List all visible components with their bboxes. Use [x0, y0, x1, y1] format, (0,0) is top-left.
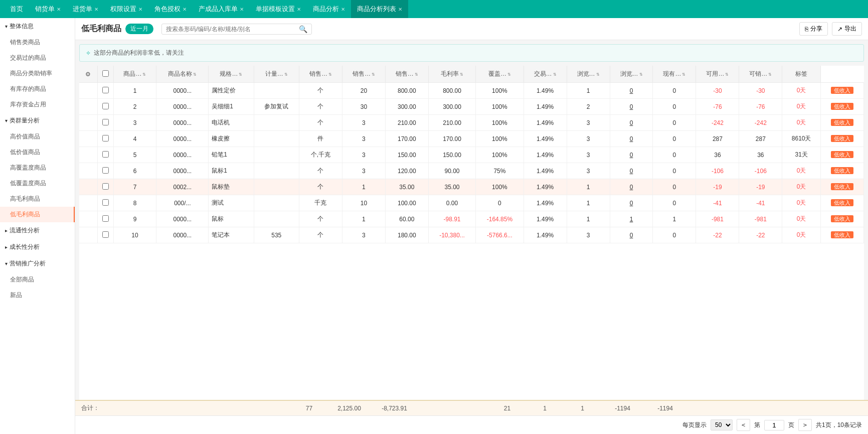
row-browse1-4[interactable]: 0: [610, 147, 653, 163]
row-browse1-1[interactable]: 0: [610, 99, 653, 115]
close-analysis-list-icon[interactable]: ✕: [398, 7, 402, 12]
page-input[interactable]: [764, 420, 784, 430]
row-browse1-5[interactable]: 0: [610, 163, 653, 179]
row-check-7[interactable]: [97, 195, 113, 211]
sidebar-item-sales-goods[interactable]: 销售类商品: [0, 35, 75, 50]
sidebar-group-overall-title[interactable]: ▾ 整体信息: [0, 18, 75, 35]
col-name-header[interactable]: 商品名称⇅: [156, 66, 209, 83]
row-browse1-0[interactable]: 0: [610, 83, 653, 99]
row-check-9[interactable]: [97, 227, 113, 243]
col-sale3-header[interactable]: 销售…⇅: [385, 66, 428, 83]
prev-page-btn[interactable]: ＜: [737, 419, 750, 431]
col-cover-header[interactable]: 覆盖…⇅: [476, 66, 524, 83]
row-browse1-7[interactable]: 0: [610, 195, 653, 211]
nav-home[interactable]: 首页: [4, 0, 29, 18]
row-checkbox-4[interactable]: [102, 151, 109, 158]
nav-sales[interactable]: 销货单✕: [29, 0, 67, 18]
close-analysis-icon[interactable]: ✕: [341, 7, 345, 12]
sidebar-item-low-cover[interactable]: 低覆盖度商品: [0, 176, 75, 191]
row-check-4[interactable]: [97, 147, 113, 163]
sidebar-item-all-goods[interactable]: 全部商品: [0, 272, 75, 287]
sidebar-item-high-margin[interactable]: 高毛利商品: [0, 191, 75, 207]
row-trade-8: 1: [567, 211, 610, 227]
row-name-0: 属性定价: [209, 83, 254, 99]
nav-product-analysis[interactable]: 商品分析✕: [307, 0, 351, 18]
share-button[interactable]: ⎘ 分享: [799, 22, 828, 36]
row-checkbox-0[interactable]: [102, 87, 109, 93]
row-checkbox-7[interactable]: [102, 199, 109, 206]
sidebar-item-stock-fund[interactable]: 库存资金占用: [0, 97, 75, 112]
row-checkbox-6[interactable]: [102, 183, 109, 190]
row-checkbox-8[interactable]: [102, 215, 109, 222]
close-product-icon[interactable]: ✕: [240, 7, 244, 12]
col-code-header[interactable]: 商品…⇅: [113, 66, 156, 83]
search-input[interactable]: [166, 26, 299, 33]
col-browse1-header[interactable]: 浏览…⇅: [567, 66, 610, 83]
pagination-bar: 每页显示 50 ＜ 第 页 ＞ 共1页，10条记录: [75, 415, 868, 434]
col-settings[interactable]: ⚙: [79, 66, 97, 83]
sidebar-item-new-goods[interactable]: 新品: [0, 287, 75, 303]
row-check-1[interactable]: [97, 99, 113, 115]
sidebar-item-low-value[interactable]: 低价值商品: [0, 144, 75, 160]
data-table-wrapper[interactable]: ⚙ 商品…⇅ 商品名称⇅ 规格…⇅ 计量…⇅ 销售…⇅ 销售…⇅ 销售…⇅ 毛利…: [79, 66, 864, 400]
next-page-btn[interactable]: ＞: [798, 419, 812, 431]
col-spec-header[interactable]: 规格…⇅: [209, 66, 254, 83]
col-browse2-header[interactable]: 浏览…⇅: [610, 66, 653, 83]
col-sale2-header[interactable]: 销售…⇅: [342, 66, 385, 83]
close-sales-icon[interactable]: ✕: [57, 7, 61, 12]
col-trade-header[interactable]: 交易…⇅: [524, 66, 567, 83]
sidebar-item-high-cover[interactable]: 高覆盖度商品: [0, 160, 75, 176]
row-check-8[interactable]: [97, 211, 113, 227]
col-stock1-header[interactable]: 现有…⇅: [653, 66, 696, 83]
row-check-2[interactable]: [97, 115, 113, 131]
nav-product-entry[interactable]: 产成品入库单✕: [193, 0, 250, 18]
nav-role-auth[interactable]: 角色授权✕: [148, 0, 193, 18]
sidebar-group-cluster-title[interactable]: ▾ 类群量分析: [0, 112, 75, 129]
col-gross-header[interactable]: 毛利率⇅: [428, 66, 475, 83]
top-navigation: 首页 销货单✕ 进货单✕ 权限设置✕ 角色授权✕ 产成品入库单✕ 单据模板设置✕…: [0, 0, 868, 18]
close-template-icon[interactable]: ✕: [297, 7, 301, 12]
row-checkbox-9[interactable]: [102, 231, 109, 238]
col-stock2-header[interactable]: 可用…⇅: [696, 66, 739, 83]
row-checkbox-1[interactable]: [102, 103, 109, 109]
close-permission-icon[interactable]: ✕: [138, 7, 142, 12]
col-checkbox[interactable]: [97, 66, 113, 83]
time-filter-btn[interactable]: 近一月: [125, 24, 153, 34]
row-browse1-8[interactable]: 1: [610, 211, 653, 227]
row-browse1-6[interactable]: 0: [610, 179, 653, 195]
sidebar-group-marketing-title[interactable]: ▾ 营销推广分析: [0, 255, 75, 272]
close-role-icon[interactable]: ✕: [183, 7, 187, 12]
close-purchase-icon[interactable]: ✕: [94, 7, 98, 12]
sidebar-item-stock-goods[interactable]: 有库存的商品: [0, 81, 75, 97]
nav-analysis-list[interactable]: 商品分析列表✕: [351, 0, 408, 18]
row-check-0[interactable]: [97, 83, 113, 99]
col-unit-header[interactable]: 计量…⇅: [254, 66, 299, 83]
sidebar-group-growth-title[interactable]: ▸ 成长性分析: [0, 239, 75, 255]
nav-purchase[interactable]: 进货单✕: [67, 0, 104, 18]
col-sale1-header[interactable]: 销售…⇅: [299, 66, 342, 83]
row-check-6[interactable]: [97, 179, 113, 195]
row-checkbox-5[interactable]: [102, 167, 109, 174]
row-browse1-9[interactable]: 0: [610, 227, 653, 243]
sidebar-item-low-margin[interactable]: 低毛利商品: [0, 207, 75, 222]
col-tag-header[interactable]: 标签: [782, 66, 821, 83]
sidebar-group-circulation-title[interactable]: ▸ 流通性分析: [0, 222, 75, 239]
nav-permission[interactable]: 权限设置✕: [104, 0, 148, 18]
row-checkbox-3[interactable]: [102, 135, 109, 141]
content-area: 低毛利商品 近一月 🔍 ⎘ 分享 ↗ 导出 ✧ 这部分商品的利润非常低，请关注: [75, 18, 868, 434]
sidebar-item-category-rate[interactable]: 商品分类助销率: [0, 66, 75, 81]
sidebar-item-traded-goods[interactable]: 交易过的商品: [0, 50, 75, 66]
search-icon[interactable]: 🔍: [299, 25, 307, 33]
row-browse1-3[interactable]: 0: [610, 131, 653, 147]
row-browse1-2[interactable]: 0: [610, 115, 653, 131]
sidebar-item-high-value[interactable]: 高价值商品: [0, 129, 75, 144]
row-check-5[interactable]: [97, 163, 113, 179]
select-all-checkbox[interactable]: [102, 70, 109, 77]
col-stock3-header[interactable]: 可销…⇅: [739, 66, 782, 83]
row-checkbox-2[interactable]: [102, 119, 109, 125]
arrow-down-icon3: ▾: [5, 261, 8, 266]
nav-template-settings[interactable]: 单据模板设置✕: [250, 0, 307, 18]
page-size-select[interactable]: 50: [711, 419, 733, 430]
export-button[interactable]: ↗ 导出: [832, 22, 862, 36]
row-check-3[interactable]: [97, 131, 113, 147]
